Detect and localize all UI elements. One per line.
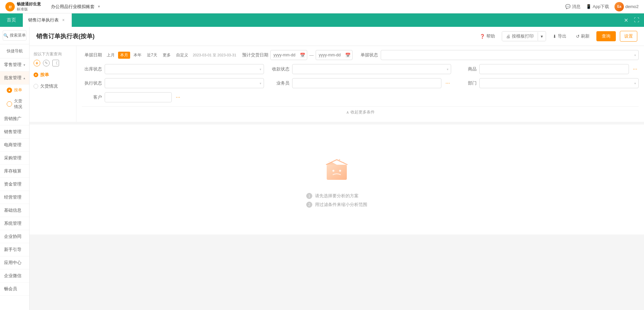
customer-input[interactable] (105, 92, 172, 102)
export-icon: ⬇ (553, 34, 556, 39)
filter-collapse-button[interactable]: ∧ 收起更多条件 (346, 109, 375, 115)
product-input[interactable] (479, 64, 629, 74)
sidebar-item-wechat[interactable]: 企业微信 (0, 269, 29, 282)
tab-maximize-button[interactable]: ⛶ (632, 15, 641, 25)
svg-text:✦: ✦ (328, 160, 330, 162)
filter-collapse-area: ∧ 收起更多条件 (82, 106, 639, 118)
sidebar-sub-item-press[interactable]: ● 按单 (0, 85, 29, 96)
salesperson-input[interactable] (292, 78, 441, 88)
sidebar-item-basic[interactable]: 基础信息 (0, 204, 29, 217)
export-button[interactable]: ⬇ 导出 (550, 32, 569, 41)
tab-navigation: 首页 销售订单执行表 × ✕ ⛶ (0, 13, 644, 27)
search-menu-button[interactable]: 🔍 搜索菜单 (3, 30, 26, 41)
page-header: 销售订单执行表(按单) ❓ 帮助 🖨 按模板打印 ▾ ⬇ 导出 (30, 27, 644, 46)
sidebar-item-system[interactable]: 系统管理 (0, 217, 29, 230)
svg-text:好: 好 (8, 5, 12, 9)
product-more-button[interactable]: ··· (632, 66, 639, 72)
settings-button[interactable]: 设置 (620, 31, 637, 42)
sidebar-item-appcenter[interactable]: 应用中心 (0, 256, 29, 269)
filter-fields: 单据日期 上月 本月 本年 近7天 更多 自定义 2023-03-01 至 20… (76, 46, 644, 122)
app-download-icon: 📱 (586, 4, 591, 9)
tab-sales-order[interactable]: 销售订单执行表 × (23, 13, 72, 27)
message-icon: 💬 (565, 4, 571, 9)
date-range-text: 2023-03-01 至 2023-03-31 (193, 53, 236, 58)
user-avatar: Ea (614, 2, 624, 11)
tab-home[interactable]: 首页 (0, 13, 23, 27)
stock-status-select[interactable] (105, 64, 264, 74)
company-name: 畅捷通好生意 (17, 1, 41, 7)
doc-status-select[interactable] (381, 50, 639, 60)
exec-status-select-wrapper: ▾ (105, 78, 264, 88)
sidebar-item-marketing[interactable]: 营销推广 (0, 112, 29, 125)
query-button[interactable]: 查询 (596, 31, 616, 41)
filter-scheme-collapse-button[interactable]: 《 (52, 60, 59, 66)
empty-illustration: ✦ ✦ ✦ (320, 151, 354, 185)
refresh-button[interactable]: ↺ 刷新 (573, 32, 592, 41)
department-label: 部门 (457, 80, 477, 86)
payment-status-select-wrapper: ▾ (292, 64, 451, 74)
message-button[interactable]: 💬 消息 (565, 4, 581, 10)
expected-date-start-input[interactable] (270, 50, 307, 60)
empty-tips: 1 请先选择要分析的方案 2 用过滤条件来缩小分析范围 (306, 193, 367, 208)
payment-status-label: 收款状态 (269, 66, 289, 72)
exec-status-select[interactable] (105, 78, 264, 88)
date-tab-7days[interactable]: 近7天 (145, 52, 159, 59)
sidebar-item-purchase[interactable]: 采购管理 (0, 152, 29, 165)
filter-scheme-add-button[interactable]: + (34, 60, 40, 66)
svg-point-4 (339, 170, 341, 172)
print-template-button[interactable]: 🖨 按模板打印 (502, 32, 538, 41)
filter-scheme-press[interactable]: ● 按单 (30, 69, 76, 81)
sidebar-item-enterprise[interactable]: 企业协同 (0, 230, 29, 243)
shortcut-label: 快捷导航 (0, 47, 29, 55)
filter-scheme-sidebar: 按以下方案查询 + ✎ 《 ● 按单 欠货情况 (30, 46, 76, 122)
filter-scheme-debt[interactable]: 欠货情况 (30, 81, 76, 92)
date-tab-this-month[interactable]: 本月 (118, 52, 130, 59)
print-dropdown-button[interactable]: ▾ (538, 32, 546, 41)
sidebar-item-sales[interactable]: 销售管理 (0, 125, 29, 139)
stock-status-label: 出库状态 (82, 66, 102, 72)
sidebar-sub-item-debt[interactable]: 欠货情况 (0, 96, 29, 112)
refresh-icon: ↺ (576, 34, 580, 39)
debt-dot-icon (7, 101, 12, 107)
expected-date-end-wrapper: 📅 (316, 50, 353, 60)
payment-status-select[interactable] (292, 64, 451, 74)
empty-tip-1: 1 请先选择要分析的方案 (306, 193, 367, 199)
date-tab-last-month[interactable]: 上月 (105, 52, 117, 59)
sidebar-item-inventory[interactable]: 库存核算 (0, 165, 29, 178)
sidebar-item-vip[interactable]: 畅会员 (0, 282, 29, 296)
department-filter-group: 部门 ▾ (457, 78, 639, 88)
sidebar-item-finance[interactable]: 资金管理 (0, 178, 29, 191)
minimize-icon: ✕ (624, 17, 628, 23)
sidebar-item-ecommerce[interactable]: 电商管理 (0, 139, 29, 152)
breadcrumb-arrow-icon: ▼ (97, 5, 101, 8)
sidebar-item-operations[interactable]: 经营管理 (0, 191, 29, 204)
tab-close-button[interactable]: × (61, 17, 66, 23)
user-profile-button[interactable]: Ea demo2 (614, 2, 639, 11)
tab-minimize-button[interactable]: ✕ (621, 15, 631, 25)
page-title: 销售订单执行表(按单) (36, 32, 95, 40)
main-layout: 🔍 搜索菜单 快捷导航 零售管理 ▾ 批发管理 ▴ ● 按单 欠货情况 营销推广… (0, 27, 644, 310)
salesperson-more-button[interactable]: ··· (444, 80, 451, 86)
department-select-wrapper: ▾ (479, 78, 639, 88)
sidebar-item-wholesale[interactable]: 批发管理 ▴ (0, 71, 29, 85)
salesperson-filter-group: 业务员 ··· (269, 78, 451, 88)
press-dot-icon: ● (7, 88, 12, 93)
sidebar: 🔍 搜索菜单 快捷导航 零售管理 ▾ 批发管理 ▴ ● 按单 欠货情况 营销推广… (0, 27, 30, 310)
breadcrumb-text: 办公用品行业模拟账套 (51, 4, 95, 10)
date-tab-this-year[interactable]: 本年 (131, 52, 144, 59)
page-actions: ❓ 帮助 🖨 按模板打印 ▾ ⬇ 导出 ↺ 刷新 (477, 31, 637, 42)
breadcrumb[interactable]: 办公用品行业模拟账套 ▼ (51, 4, 101, 10)
date-tab-custom[interactable]: 自定义 (174, 52, 190, 59)
date-tab-more[interactable]: 更多 (161, 52, 173, 59)
sidebar-item-newguide[interactable]: 新手引导 (0, 243, 29, 256)
help-button[interactable]: ❓ 帮助 (477, 32, 498, 41)
customer-filter-group: 客户 ··· (82, 92, 181, 102)
app-download-button[interactable]: 📱 App下载 (586, 4, 609, 10)
customer-more-button[interactable]: ··· (174, 94, 181, 100)
filter-scheme-edit-button[interactable]: ✎ (43, 60, 50, 66)
salesperson-label: 业务员 (269, 80, 289, 86)
filter-panel-inner: 按以下方案查询 + ✎ 《 ● 按单 欠货情况 (30, 46, 644, 122)
department-select[interactable] (479, 78, 639, 88)
sidebar-item-retail[interactable]: 零售管理 ▾ (0, 58, 29, 71)
expected-date-end-input[interactable] (316, 50, 353, 60)
